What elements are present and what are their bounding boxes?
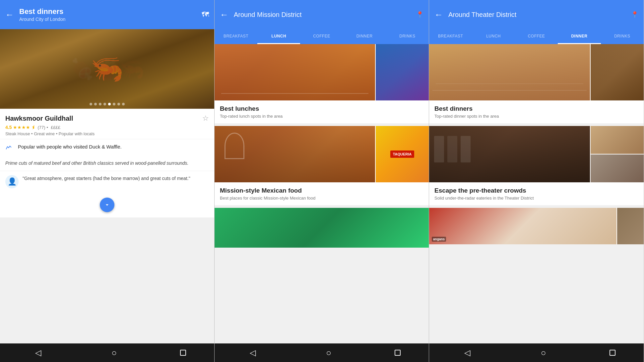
dot-4 bbox=[103, 103, 106, 105]
tab-lunch-theater[interactable]: LUNCH bbox=[472, 29, 515, 44]
collection-img-main-lunches bbox=[215, 44, 375, 100]
dinner-img-side bbox=[591, 44, 644, 100]
collection-img-side-mexican: TAQUERIA bbox=[376, 126, 429, 182]
collection-card-dinners-theater: Best dinners Top-rated dinner spots in t… bbox=[429, 44, 644, 123]
hero-container: 🦐 bbox=[0, 29, 214, 109]
user-icon: 👤 bbox=[8, 177, 17, 186]
scroll-area-theater[interactable]: Best dinners Top-rated dinner spots in t… bbox=[429, 44, 644, 343]
collection-subtitle-escape: Solid under-the-radar eateries in the Th… bbox=[434, 196, 638, 201]
nav-back-mission[interactable]: ◁ bbox=[243, 346, 263, 359]
header-title-area-theater: Around Theater District bbox=[448, 11, 628, 19]
back-button-mission[interactable]: ← bbox=[220, 10, 228, 20]
nav-recent-theater[interactable] bbox=[610, 350, 615, 356]
collection-card-lunches: Best lunches Top-rated lunch spots in th… bbox=[215, 44, 429, 123]
back-button-theater[interactable]: ← bbox=[434, 10, 443, 20]
dot-3 bbox=[99, 103, 101, 105]
tab-breakfast-mission[interactable]: BREAKFAST bbox=[215, 29, 257, 44]
dot-8 bbox=[122, 103, 125, 105]
collection-image-row-dinners bbox=[429, 44, 644, 100]
nav-home-theater[interactable]: ○ bbox=[533, 346, 553, 359]
tab-dinner-mission[interactable]: DINNER bbox=[343, 29, 386, 44]
stars: ★★★★ bbox=[13, 125, 30, 130]
collection-card-escape: Escape the pre-theater crowds Solid unde… bbox=[429, 126, 644, 205]
review-count: (77) bbox=[37, 125, 45, 130]
nav-home-mission[interactable]: ○ bbox=[319, 346, 339, 359]
collection-img-main-escape bbox=[429, 126, 590, 182]
avatar: 👤 bbox=[5, 175, 19, 188]
collection-card-partial-theater: angans bbox=[429, 208, 644, 244]
escape-img-top bbox=[591, 126, 644, 154]
page-subtitle: Around City of London bbox=[19, 17, 198, 22]
scroll-area-mission[interactable]: Best lunches Top-rated lunch spots in th… bbox=[215, 44, 429, 343]
dot-1 bbox=[90, 103, 92, 105]
expand-btn-container bbox=[0, 192, 214, 217]
bottom-nav-theater: ◁ ○ bbox=[429, 343, 644, 362]
dinner-img-main bbox=[429, 44, 590, 100]
collection-img-main-dinners bbox=[429, 44, 590, 100]
image-dots bbox=[0, 103, 214, 105]
back-button[interactable]: ← bbox=[5, 10, 14, 20]
insight-text: Popular with people who visited Duck & W… bbox=[18, 143, 122, 150]
map-icon: 🗺 bbox=[202, 10, 209, 19]
header-london: ← Best dinners Around City of London 🗺 bbox=[0, 0, 214, 29]
collection-subtitle-lunches: Top-rated lunch spots in the area bbox=[220, 114, 423, 119]
tab-coffee-theater[interactable]: COFFEE bbox=[515, 29, 558, 44]
nav-recent-mission[interactable] bbox=[395, 350, 401, 356]
collection-info-escape[interactable]: Escape the pre-theater crowds Solid unde… bbox=[429, 182, 644, 205]
mexican-img-main bbox=[215, 126, 375, 182]
review-text: "Great atmosphere, great starters (had t… bbox=[23, 175, 190, 182]
partial-theater-card: angans bbox=[429, 208, 644, 244]
insight-row: Popular with people who visited Duck & W… bbox=[0, 139, 214, 157]
hero-image: 🦐 bbox=[0, 29, 214, 109]
description: Prime cuts of matured beef and other Bri… bbox=[0, 157, 214, 171]
collection-title-lunches: Best lunches bbox=[220, 105, 423, 112]
expand-button[interactable] bbox=[100, 198, 114, 212]
bottom-nav-mission: ◁ ○ bbox=[215, 343, 429, 362]
escape-img-side-bottom bbox=[591, 154, 644, 182]
escape-img-main bbox=[429, 126, 590, 182]
page-title-theater: Around Theater District bbox=[448, 11, 628, 19]
header-mission: ← Around Mission District 📍 bbox=[215, 0, 429, 29]
bookmark-icon[interactable]: ☆ bbox=[202, 114, 209, 123]
nav-home[interactable]: ○ bbox=[104, 346, 124, 359]
tab-drinks-theater[interactable]: DRINKS bbox=[601, 29, 644, 44]
review-row: 👤 "Great atmosphere, great starters (had… bbox=[0, 171, 214, 192]
panel-theater: ← Around Theater District 📍 BREAKFAST LU… bbox=[429, 0, 644, 362]
lunch-img-side bbox=[376, 44, 429, 100]
tab-breakfast-theater[interactable]: BREAKFAST bbox=[429, 29, 472, 44]
collection-title-dinners: Best dinners bbox=[434, 105, 638, 112]
collection-title-escape: Escape the pre-theater crowds bbox=[434, 187, 638, 194]
tab-drinks-mission[interactable]: DRINKS bbox=[386, 29, 429, 44]
tab-coffee-mission[interactable]: COFFEE bbox=[300, 29, 343, 44]
collection-info-dinners-theater[interactable]: Best dinners Top-rated dinner spots in t… bbox=[429, 100, 644, 123]
nav-back-theater[interactable]: ◁ bbox=[457, 346, 477, 359]
panel-mission: ← Around Mission District 📍 BREAKFAST LU… bbox=[215, 0, 429, 362]
collection-subtitle-mexican: Best places for classic Mission-style Me… bbox=[220, 196, 423, 201]
scroll-area-london[interactable]: 🦐 Hawksmoor Guildhall ☆ 4.5 bbox=[0, 29, 214, 343]
header-theater: ← Around Theater District 📍 bbox=[429, 0, 644, 29]
nav-recent[interactable] bbox=[180, 350, 186, 356]
rating-row: 4.5 ★★★★ ⯨ (77) • ££££ bbox=[5, 125, 209, 130]
mexican-img-side-taqueria: TAQUERIA bbox=[376, 126, 429, 182]
header-title-area-mission: Around Mission District bbox=[234, 11, 414, 19]
restaurant-name-row: Hawksmoor Guildhall ☆ bbox=[5, 114, 209, 123]
tab-bar-theater: BREAKFAST LUNCH COFFEE DINNER DRINKS bbox=[429, 29, 644, 44]
partial-card-img bbox=[215, 208, 429, 248]
nav-back[interactable]: ◁ bbox=[28, 346, 48, 359]
collection-image-row-lunches bbox=[215, 44, 429, 100]
collection-title-mexican: Mission-style Mexican food bbox=[220, 187, 423, 194]
bottom-nav-london: ◁ ○ bbox=[0, 343, 214, 362]
collection-info-lunches[interactable]: Best lunches Top-rated lunch spots in th… bbox=[215, 100, 429, 123]
restaurant-info: Hawksmoor Guildhall ☆ 4.5 ★★★★ ⯨ (77) • … bbox=[0, 109, 214, 139]
dot-7 bbox=[117, 103, 120, 105]
header-title-area: Best dinners Around City of London bbox=[19, 7, 198, 22]
collection-card-mexican: TAQUERIA Mission-style Mexican food Best… bbox=[215, 126, 429, 205]
tab-lunch-mission[interactable]: LUNCH bbox=[257, 29, 300, 44]
dot-separator: • bbox=[47, 125, 48, 130]
page-title-mission: Around Mission District bbox=[234, 11, 414, 19]
page-title: Best dinners bbox=[19, 7, 198, 16]
collection-img-main-mexican bbox=[215, 126, 375, 182]
collection-info-mexican[interactable]: Mission-style Mexican food Best places f… bbox=[215, 182, 429, 205]
tab-dinner-theater[interactable]: DINNER bbox=[558, 29, 601, 44]
tags-row: Steak House • Great wine • Popular with … bbox=[5, 131, 209, 136]
